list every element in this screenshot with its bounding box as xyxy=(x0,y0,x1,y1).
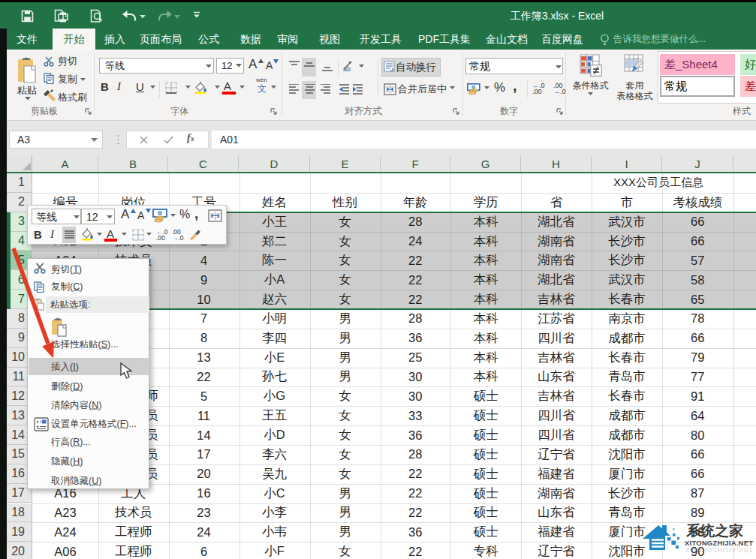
svg-text:ab: ab xyxy=(343,65,351,72)
